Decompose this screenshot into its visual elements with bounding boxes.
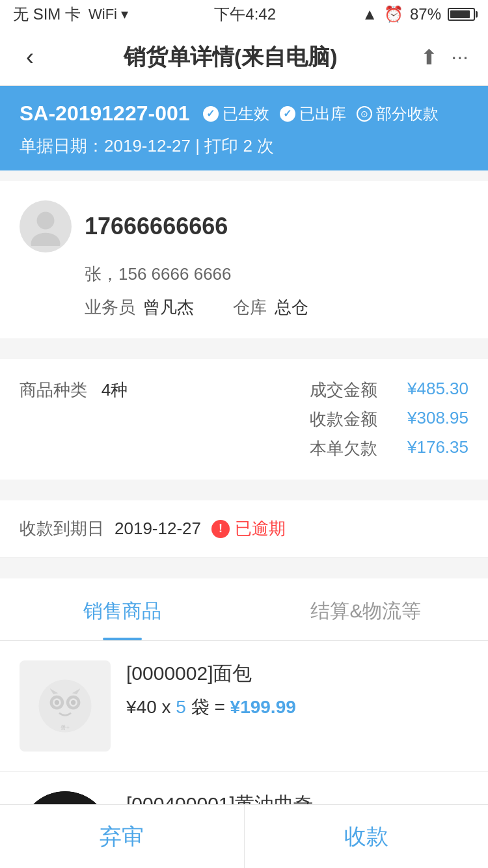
stats-section: 商品种类 4种 成交金额 ¥485.30 收款金额 ¥308.95 本单欠款 ¥… bbox=[0, 359, 488, 480]
status-tags: ✓ 已生效 ✓ 已出库 ⊙ 部分收款 bbox=[203, 103, 439, 124]
divider-2 bbox=[0, 349, 488, 359]
nav-bar: ‹ 销货单详情(来自电脑) ⬆ ··· bbox=[0, 29, 488, 86]
kind-count: 4种 bbox=[102, 380, 128, 400]
order-id: SA-20191227-001 bbox=[20, 102, 190, 126]
due-label: 收款到期日 bbox=[20, 517, 104, 540]
customer-section: 17666666666 张，156 6666 6666 业务员 曾凡杰 仓库 总… bbox=[0, 181, 488, 338]
divider-4 bbox=[0, 568, 488, 578]
battery-percent: 87% bbox=[410, 5, 441, 23]
svg-point-7 bbox=[55, 700, 59, 705]
price-total-1: ¥199.99 bbox=[230, 697, 296, 717]
status-effected-label: 已生效 bbox=[223, 103, 269, 124]
product-name-1: [0000002]面包 bbox=[126, 660, 468, 687]
salesperson-value: 曾凡杰 bbox=[143, 296, 194, 319]
status-effected: ✓ 已生效 bbox=[203, 103, 269, 124]
price-qty-1: 5 bbox=[176, 697, 186, 717]
divider-1 bbox=[0, 170, 488, 181]
receipt-row: 收款金额 ¥308.95 bbox=[310, 408, 468, 431]
deal-label: 成交金额 bbox=[310, 379, 377, 401]
status-partial-label: 部分收款 bbox=[376, 103, 439, 124]
owed-value: ¥176.35 bbox=[390, 437, 468, 460]
customer-meta: 业务员 曾凡杰 仓库 总仓 bbox=[20, 296, 468, 319]
svg-text:兽+: 兽+ bbox=[61, 724, 70, 731]
tab-sales-products[interactable]: 销售商品 bbox=[0, 578, 244, 640]
status-bar: 无 SIM 卡 WiFi ▾ 下午4:42 ▲ ⏰ 87% bbox=[0, 0, 488, 29]
customer-name: 17666666666 bbox=[85, 213, 228, 240]
bottom-bar: 弃审 收款 bbox=[0, 804, 488, 868]
stats-left: 商品种类 4种 bbox=[20, 379, 128, 401]
clock-icon: ⊙ bbox=[357, 106, 372, 122]
status-right: ▲ ⏰ 87% bbox=[362, 5, 475, 23]
overdue-icon: ! bbox=[211, 520, 230, 538]
tab-sales-label: 销售商品 bbox=[83, 600, 161, 621]
salesperson-item: 业务员 曾凡杰 bbox=[85, 296, 194, 319]
page-title: 销货单详情(来自电脑) bbox=[124, 42, 338, 72]
owl-logo-icon: 兽+ bbox=[36, 677, 94, 735]
wifi-icon: WiFi ▾ bbox=[88, 6, 128, 23]
salesperson-label: 业务员 bbox=[85, 296, 135, 319]
overdue-badge: ! 已逾期 bbox=[211, 517, 286, 540]
status-partial: ⊙ 部分收款 bbox=[357, 103, 439, 124]
price-eq-1: = bbox=[214, 697, 230, 717]
tab-settlement[interactable]: 结算&物流等 bbox=[244, 578, 488, 640]
reject-button[interactable]: 弃审 bbox=[0, 805, 245, 868]
due-date-section: 收款到期日 2019-12-27 ! 已逾期 bbox=[0, 500, 488, 558]
order-date: 单据日期：2019-12-27 | 打印 2 次 bbox=[20, 135, 468, 157]
owed-row: 本单欠款 ¥176.35 bbox=[310, 437, 468, 460]
customer-contact: 张，156 6666 6666 bbox=[20, 263, 468, 286]
stats-right: 成交金额 ¥485.30 收款金额 ¥308.95 本单欠款 ¥176.35 bbox=[310, 379, 468, 460]
owed-label: 本单欠款 bbox=[310, 437, 377, 460]
check-icon-1: ✓ bbox=[203, 106, 219, 122]
warehouse-label: 仓库 bbox=[233, 296, 267, 319]
svg-point-8 bbox=[71, 700, 75, 705]
product-price-1: ¥40 x 5 袋 = ¥199.99 bbox=[126, 695, 468, 720]
tabs-section: 销售商品 结算&物流等 bbox=[0, 578, 488, 641]
check-icon-2: ✓ bbox=[280, 106, 295, 122]
location-icon: ▲ bbox=[362, 5, 377, 23]
status-shipped-label: 已出库 bbox=[299, 103, 346, 124]
deal-value: ¥485.30 bbox=[390, 379, 468, 401]
customer-top: 17666666666 bbox=[20, 200, 468, 252]
svg-point-1 bbox=[31, 233, 61, 246]
deal-row: 成交金额 ¥485.30 bbox=[310, 379, 468, 401]
status-left: 无 SIM 卡 WiFi ▾ bbox=[13, 4, 128, 25]
product-details-1: [0000002]面包 ¥40 x 5 袋 = ¥199.99 bbox=[126, 660, 468, 720]
receipt-value: ¥308.95 bbox=[390, 408, 468, 431]
warehouse-item: 仓库 总仓 bbox=[233, 296, 308, 319]
share-icon[interactable]: ⬆ bbox=[420, 45, 438, 70]
status-time: 下午4:42 bbox=[214, 4, 276, 25]
order-banner-top: SA-20191227-001 ✓ 已生效 ✓ 已出库 ⊙ 部分收款 bbox=[20, 102, 468, 126]
collect-button[interactable]: 收款 bbox=[245, 805, 489, 868]
avatar bbox=[20, 200, 72, 252]
tab-settlement-label: 结算&物流等 bbox=[310, 600, 421, 621]
kind-label: 商品种类 bbox=[20, 380, 87, 400]
divider-3 bbox=[0, 490, 488, 500]
warehouse-value: 总仓 bbox=[275, 296, 308, 319]
price-unit-label-1: 袋 bbox=[191, 697, 210, 717]
more-icon[interactable]: ··· bbox=[451, 45, 468, 69]
product-thumb-1: 兽+ bbox=[20, 660, 111, 752]
price-x-1: x bbox=[162, 697, 176, 717]
carrier-label: 无 SIM 卡 bbox=[13, 4, 81, 25]
status-shipped: ✓ 已出库 bbox=[280, 103, 346, 124]
price-unit-1: ¥40 bbox=[126, 697, 157, 717]
receipt-label: 收款金额 bbox=[310, 408, 377, 431]
product-item: 兽+ [0000002]面包 ¥40 x 5 袋 = ¥199.99 bbox=[0, 641, 488, 772]
overdue-text: 已逾期 bbox=[235, 517, 286, 540]
svg-point-0 bbox=[37, 212, 55, 230]
due-date-value: 2019-12-27 bbox=[115, 519, 201, 539]
alarm-icon: ⏰ bbox=[384, 5, 403, 23]
back-button[interactable]: ‹ bbox=[20, 37, 40, 77]
battery-icon bbox=[448, 8, 475, 21]
order-header: SA-20191227-001 ✓ 已生效 ✓ 已出库 ⊙ 部分收款 单据日期：… bbox=[0, 86, 488, 170]
nav-actions: ⬆ ··· bbox=[420, 45, 468, 70]
product-placeholder-1: 兽+ bbox=[20, 660, 111, 752]
